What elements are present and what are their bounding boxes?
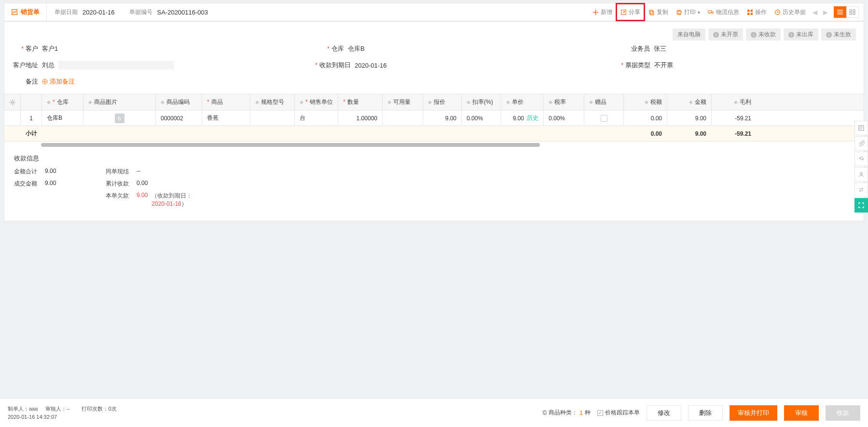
cell-amount: 9.00 xyxy=(667,111,712,126)
svg-rect-7 xyxy=(708,10,711,13)
info-icon: i xyxy=(826,32,832,38)
col-gift[interactable]: 赠品 xyxy=(584,94,624,110)
share-button[interactable]: 分享 xyxy=(616,3,645,21)
doc-no: SA-20200116-003 xyxy=(157,9,208,16)
add-remark-button[interactable]: 添加备注 xyxy=(42,77,75,86)
uninvoiced-badge[interactable]: i未开票 xyxy=(708,28,743,41)
history-button[interactable]: 历史单据 xyxy=(771,3,810,21)
delete-button[interactable]: 删除 xyxy=(688,405,723,421)
unreceived-badge[interactable]: i未收款 xyxy=(746,28,781,41)
salesman-value: 张三 xyxy=(654,44,666,53)
cell-warehouse: 仓库B xyxy=(42,111,83,126)
col-warehouse[interactable]: 仓库 xyxy=(42,94,83,110)
col-amount[interactable]: 金额 xyxy=(667,94,712,110)
refresh-icon xyxy=(858,156,865,162)
cell-product: 香蕉 xyxy=(202,111,250,126)
cell-tax: 0.00 xyxy=(624,111,667,126)
total-value: 9.00 xyxy=(45,168,56,176)
history-icon xyxy=(774,9,781,15)
col-profit[interactable]: 毛利 xyxy=(712,94,756,110)
price-history-link[interactable]: 历史 xyxy=(527,114,538,122)
note-icon xyxy=(858,125,865,131)
copy-icon xyxy=(648,9,655,15)
unship-badge[interactable]: i未出库 xyxy=(784,28,818,41)
info-icon: i xyxy=(788,32,794,38)
price-follow-checkbox[interactable]: ✓ 价格跟踪本单 xyxy=(597,409,640,417)
gift-checkbox[interactable] xyxy=(601,115,607,122)
inactive-badge[interactable]: i未生效 xyxy=(821,28,856,41)
copyright-icon: © xyxy=(542,410,547,416)
card-icon xyxy=(849,9,856,15)
col-tax-rate[interactable]: 税率 xyxy=(544,94,584,110)
cell-profit: -59.21 xyxy=(712,111,756,126)
col-available[interactable]: 可用量 xyxy=(383,94,423,110)
rail-transfer-button[interactable] xyxy=(854,183,868,197)
rail-attach-button[interactable] xyxy=(854,136,868,151)
invoice-type-label: 票据类型 xyxy=(621,61,650,70)
auditor-value: -- xyxy=(67,406,70,412)
salesman-label: 业务员 xyxy=(621,44,650,53)
scroll-thumb[interactable] xyxy=(41,143,540,147)
table-row[interactable]: 1 仓库B b 0000002 香蕉 台 1.00000 9.00 0.00% … xyxy=(4,111,864,126)
cell-index: 1 xyxy=(21,111,42,126)
warehouse-value: 仓库B xyxy=(348,44,365,53)
checkbox-icon: ✓ xyxy=(597,410,603,416)
current-label: 同单现结 xyxy=(106,168,133,176)
col-tax[interactable]: 税额 xyxy=(624,94,667,110)
deal-value: 9.00 xyxy=(45,180,56,188)
col-spec[interactable]: 规格型号 xyxy=(250,94,295,110)
list-icon xyxy=(837,9,843,15)
info-icon: i xyxy=(751,32,757,38)
col-qty[interactable]: 数量 xyxy=(338,94,383,110)
remark-label: 备注 xyxy=(9,77,38,86)
share-icon xyxy=(620,9,627,15)
kinds-info: © 商品种类： 1 种 xyxy=(542,409,591,417)
col-price[interactable]: 单价 xyxy=(501,94,544,110)
view-card-button[interactable] xyxy=(846,6,859,18)
status-badges: 来自电脑 i未开票 i未收款 i未出库 i未生效 xyxy=(4,24,864,41)
new-button[interactable]: 新增 xyxy=(589,3,616,21)
rail-expand-button[interactable] xyxy=(854,198,868,213)
svg-rect-15 xyxy=(850,10,852,12)
doc-type-tab[interactable]: 销货单 xyxy=(4,3,47,21)
table-horizontal-scrollbar[interactable] xyxy=(41,142,859,147)
attach-icon xyxy=(858,140,865,147)
col-unit[interactable]: 销售单位 xyxy=(295,94,338,110)
print-button[interactable]: 打印 ▾ xyxy=(672,3,704,21)
address-value: 刘总 xyxy=(42,61,55,70)
svg-rect-17 xyxy=(850,13,852,14)
copy-button[interactable]: 复制 xyxy=(645,3,672,21)
col-quote[interactable]: 报价 xyxy=(423,94,462,110)
doc-meta: 单据日期 2020-01-16 单据编号 SA-20200116-003 xyxy=(47,8,208,16)
plus-icon xyxy=(592,9,599,15)
due-amount: 9.00 xyxy=(137,192,148,208)
rail-refresh-button[interactable] xyxy=(854,152,868,166)
receive-button[interactable]: 收款 xyxy=(826,405,860,421)
rail-user-button[interactable] xyxy=(854,167,868,182)
cell-qty: 1.00000 xyxy=(338,111,383,126)
plus-circle-icon xyxy=(42,79,48,85)
doc-no-label: 单据编号 xyxy=(129,8,152,16)
address-label: 客户地址 xyxy=(9,61,38,70)
due-label: 本单欠款 xyxy=(106,192,133,208)
footer-timestamp: 2020-01-16 14:32:07 xyxy=(8,413,117,421)
cell-spec xyxy=(250,111,295,126)
col-discount[interactable]: 扣率(%) xyxy=(462,94,501,110)
due-date-label: 收款到期日 xyxy=(315,61,351,70)
rail-note-button[interactable] xyxy=(854,121,868,135)
doc-date-label: 单据日期 xyxy=(55,8,78,16)
col-image[interactable]: 商品图片 xyxy=(83,94,156,110)
next-doc-button[interactable]: ▶ xyxy=(820,9,831,16)
audit-print-button[interactable]: 审核并打印 xyxy=(730,405,777,421)
total-label: 金额合计 xyxy=(14,168,41,176)
table-settings-button[interactable] xyxy=(4,94,21,110)
audit-button[interactable]: 审核 xyxy=(784,405,819,421)
logistics-button[interactable]: 物流信息 xyxy=(704,3,743,21)
view-list-button[interactable] xyxy=(834,6,846,18)
operate-button[interactable]: 操作 xyxy=(743,3,771,21)
info-icon: i xyxy=(713,32,719,38)
col-product[interactable]: 商品 xyxy=(202,94,250,110)
edit-button[interactable]: 修改 xyxy=(647,405,681,421)
col-code[interactable]: 商品编码 xyxy=(156,94,202,110)
prev-doc-button[interactable]: ◀ xyxy=(810,9,820,16)
